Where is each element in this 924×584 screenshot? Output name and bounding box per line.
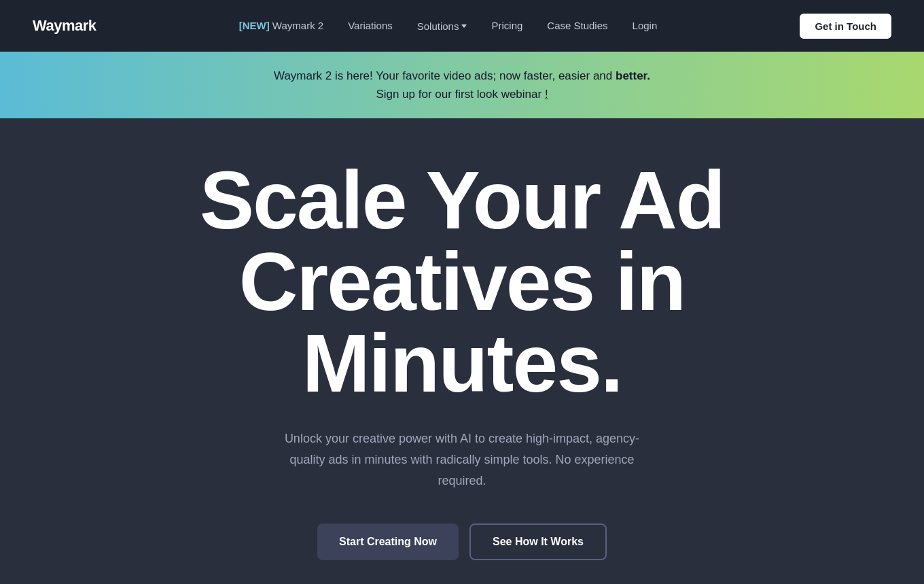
nav-login-link[interactable]: Login bbox=[633, 20, 658, 31]
nav-item-login[interactable]: Login bbox=[633, 20, 658, 32]
new-badge: [NEW] bbox=[239, 20, 270, 31]
brand-logo[interactable]: Waymark bbox=[33, 17, 96, 35]
nav-item-case-studies[interactable]: Case Studies bbox=[547, 20, 607, 32]
nav-item-waymark2[interactable]: [NEW] Waymark 2 bbox=[239, 20, 323, 32]
hero-section: Scale Your Ad Creatives in Minutes. Unlo… bbox=[0, 118, 924, 584]
nav-item-solutions[interactable]: Solutions bbox=[417, 20, 467, 32]
main-nav: Waymark [NEW] Waymark 2 Variations Solut… bbox=[0, 0, 924, 52]
start-creating-button[interactable]: Start Creating Now bbox=[317, 523, 459, 560]
nav-item-pricing[interactable]: Pricing bbox=[491, 20, 522, 32]
hero-title-line2: Creatives in bbox=[239, 236, 685, 327]
banner-bold-text: better. bbox=[616, 69, 650, 82]
hero-title-line1: Scale Your Ad bbox=[200, 154, 724, 245]
hero-subtitle: Unlock your creative power with AI to cr… bbox=[272, 428, 652, 491]
nav-solutions-label: Solutions bbox=[417, 20, 459, 32]
hero-title: Scale Your Ad Creatives in Minutes. bbox=[200, 159, 724, 404]
chevron-down-icon bbox=[461, 24, 467, 28]
nav-waymark2-label: Waymark 2 bbox=[272, 20, 323, 31]
see-how-it-works-button[interactable]: See How It Works bbox=[469, 523, 607, 560]
nav-links: [NEW] Waymark 2 Variations Solutions Pri… bbox=[239, 20, 658, 32]
nav-item-variations[interactable]: Variations bbox=[348, 20, 393, 32]
nav-pricing-link[interactable]: Pricing bbox=[491, 20, 522, 31]
banner-webinar-link[interactable]: ! bbox=[545, 88, 548, 101]
nav-case-studies-link[interactable]: Case Studies bbox=[547, 20, 607, 31]
get-in-touch-button[interactable]: Get in Touch bbox=[800, 14, 891, 39]
banner-text-before: Waymark 2 is here! Your favorite video a… bbox=[274, 69, 616, 82]
banner-text-after: Sign up for our first look webinar ! bbox=[376, 88, 548, 101]
announcement-banner: Waymark 2 is here! Your favorite video a… bbox=[0, 52, 924, 118]
hero-title-line3: Minutes. bbox=[302, 317, 622, 409]
hero-buttons: Start Creating Now See How It Works bbox=[317, 523, 607, 560]
nav-variations-link[interactable]: Variations bbox=[348, 20, 393, 31]
